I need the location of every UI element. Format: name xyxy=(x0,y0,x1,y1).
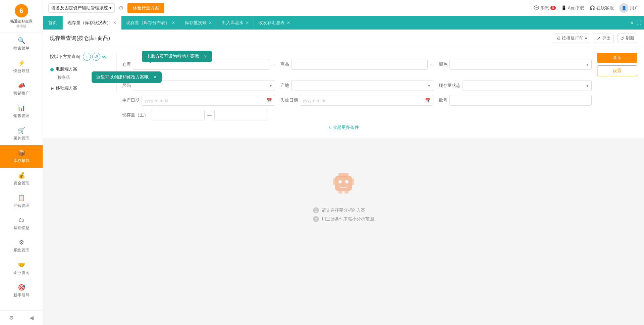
svg-point-3 xyxy=(345,180,348,183)
print-btn[interactable]: 🖨 按模板打印 ▾ xyxy=(553,34,590,43)
tab-summary-label: 收发存汇总表 xyxy=(259,20,285,26)
sidebar-item-search[interactable]: 🔍 搜索菜单 xyxy=(0,33,43,55)
sidebar-logo: 6 畅通诶好生意 标准版 xyxy=(0,0,43,33)
sidebar-bottom: ⚙ ◀ xyxy=(0,310,43,325)
tooltip-scheme-close[interactable]: ✕ xyxy=(204,54,207,59)
logo-icon: 6 xyxy=(15,4,28,17)
trial-btn[interactable]: 体验行业方案 xyxy=(127,3,164,13)
goods-input[interactable] xyxy=(291,59,428,70)
sidebar-item-finance[interactable]: 💰 资金管理 xyxy=(0,168,43,190)
sidebar-item-finance-label: 资金管理 xyxy=(13,180,30,186)
tab-batch[interactable]: 库存批次账 ✕ xyxy=(180,16,217,30)
messages-badge: 8 xyxy=(550,6,556,10)
tooltip-scheme: 电脑方案可设为移动方案哦 ✕ xyxy=(142,51,212,62)
color-label: 颜色 xyxy=(439,61,447,67)
tab-summary[interactable]: 收发存汇总表 ✕ xyxy=(254,16,295,30)
sidebar-item-inventory[interactable]: 📦 库存核算 xyxy=(0,145,43,168)
tab-summary-close[interactable]: ✕ xyxy=(287,20,290,25)
svg-rect-1 xyxy=(338,173,348,177)
refresh-scheme-btn[interactable]: ↺ xyxy=(92,53,100,61)
add-scheme-btn[interactable]: + xyxy=(83,53,91,61)
tab-inventory-dist[interactable]: 现存量（库存分布表） ✕ xyxy=(121,16,180,30)
main-area: 装备及固定资产辅助管理系统 ▾ ⚙ 体验行业方案 💬 消息 8 📱 App下载 … xyxy=(43,0,644,325)
tab-inventory-status-close[interactable]: ✕ xyxy=(113,20,116,25)
message-icon: 💬 xyxy=(534,5,539,10)
batch-input[interactable] xyxy=(449,95,592,106)
svg-rect-5 xyxy=(352,178,354,185)
sidebar-item-enterprise-label: 企业协同 xyxy=(13,270,30,276)
tab-inout-close[interactable]: ✕ xyxy=(246,20,249,25)
stock-qty-min-input[interactable] xyxy=(151,110,205,120)
color-select[interactable]: ▾ xyxy=(449,59,592,70)
scheme-desktop-label: 电脑端方案 xyxy=(56,66,77,72)
search-icon: 🔍 xyxy=(18,37,25,44)
sales-icon: 📊 xyxy=(18,104,25,112)
refresh-btn[interactable]: ↺ 刷新 xyxy=(617,34,637,43)
expiry-date-label: 失效日期 xyxy=(280,97,298,103)
close-all-tabs-btn[interactable]: ✕ xyxy=(630,20,634,25)
search-btn[interactable]: 查询 xyxy=(597,53,637,63)
sidebar-item-purchase[interactable]: 🛒 采购管理 xyxy=(0,123,43,145)
empty-tips: 1 请先选择要分析的方案 2 用过滤条件来缩小分析范围 xyxy=(313,206,374,223)
logo-badge: 标准版 xyxy=(16,24,26,29)
header-right: 💬 消息 8 📱 App下载 🎧 在线客服 👤 用户 xyxy=(534,3,639,13)
sidebar-item-system[interactable]: ⚙ 系统管理 xyxy=(0,235,43,257)
tab-inventory-dist-close[interactable]: ✕ xyxy=(172,20,175,25)
collapse-chevron-icon: ∧ xyxy=(328,125,331,130)
tab-inventory-status[interactable]: 现存量（库存状况表） ✕ xyxy=(63,16,121,30)
refresh-label: 刷新 xyxy=(626,35,634,41)
service-label: 在线客服 xyxy=(596,5,614,11)
tabs-bar: 首页 现存量（库存状况表） ✕ 现存量（库存分布表） ✕ 库存批次账 ✕ 出入库… xyxy=(43,16,644,30)
logo-text: 畅通诶好生意 xyxy=(10,19,33,24)
tooltip-create-close[interactable]: ✕ xyxy=(153,74,157,79)
settings-bottom-btn[interactable]: ⚙ xyxy=(9,315,14,321)
sidebar-item-enterprise[interactable]: 🤝 企业协同 xyxy=(0,257,43,280)
tab-home-label: 首页 xyxy=(48,20,57,26)
sidebar-item-sales[interactable]: 📊 销售管理 xyxy=(0,100,43,123)
expiry-date-placeholder: yyyy-mm-dd xyxy=(303,98,327,103)
export-btn[interactable]: ↗ 导出 xyxy=(594,34,614,43)
scheme-back-btn[interactable]: ≪ xyxy=(102,54,107,59)
expiry-date-input[interactable]: yyyy-mm-dd 📅 xyxy=(300,95,433,106)
collapse-more-btn[interactable]: ∧ 收起更多条件 xyxy=(50,122,637,133)
scheme-mobile-arrow: ▶ xyxy=(51,86,54,91)
scheme-mobile[interactable]: ▶ 移动端方案 xyxy=(51,84,112,93)
sidebar-item-marketing[interactable]: 📣 营销推广 xyxy=(0,78,43,100)
app-download-label: App下载 xyxy=(568,5,584,11)
sidebar-item-guide[interactable]: 🎯 新手引导 xyxy=(0,280,43,302)
goods-dots[interactable]: ··· xyxy=(430,62,433,67)
goods-label: 商品 xyxy=(280,61,289,67)
collapse-sidebar-btn[interactable]: ◀ xyxy=(30,315,34,321)
production-date-input[interactable]: yyyy-mm-dd 📅 xyxy=(142,95,275,106)
warehouse-dots[interactable]: ··· xyxy=(271,62,275,67)
sidebar-item-purchase-label: 采购管理 xyxy=(13,136,30,141)
sidebar-item-quick-label: 快捷导航 xyxy=(13,68,30,74)
origin-label: 产地 xyxy=(280,83,289,89)
app-download-btn[interactable]: 📱 App下载 xyxy=(561,5,584,11)
header-gear-icon[interactable]: ⚙ xyxy=(119,5,123,11)
sidebar-item-operation[interactable]: 📋 经营管理 xyxy=(0,190,43,213)
tab-inout[interactable]: 出入库流水 ✕ xyxy=(217,16,254,30)
sidebar-item-basic[interactable]: 🗂 基础信息 xyxy=(0,213,43,235)
sys-name-selector[interactable]: 装备及固定资产辅助管理系统 ▾ xyxy=(48,3,115,13)
sidebar: 6 畅通诶好生意 标准版 🔍 搜索菜单 ⚡ 快捷导航 📣 营销推广 📊 销售管理… xyxy=(0,0,43,325)
stock-status-select[interactable]: ▾ xyxy=(463,80,592,91)
stock-qty-max-input[interactable] xyxy=(214,110,268,120)
messages-btn[interactable]: 💬 消息 8 xyxy=(534,5,556,11)
sidebar-item-quick[interactable]: ⚡ 快捷导航 xyxy=(0,55,43,78)
expand-tabs-btn[interactable]: ⛶ xyxy=(637,20,641,25)
sidebar-item-search-label: 搜索菜单 xyxy=(13,46,30,51)
tab-batch-label: 库存批次账 xyxy=(185,20,207,26)
user-btn[interactable]: 👤 用户 xyxy=(619,3,639,13)
tab-batch-close[interactable]: ✕ xyxy=(209,20,212,25)
page-title-bar: 现存量查询(按仓库+商品) 🖨 按模板打印 ▾ ↗ 导出 ↺ 刷新 xyxy=(43,30,644,47)
tab-home[interactable]: 首页 xyxy=(43,16,63,30)
quick-icon: ⚡ xyxy=(18,59,25,67)
service-btn[interactable]: 🎧 在线客服 xyxy=(590,5,614,11)
empty-state: 1 请先选择要分析的方案 2 用过滤条件来缩小分析范围 xyxy=(43,139,644,250)
origin-select[interactable]: ▾ xyxy=(291,80,433,91)
sidebar-item-inventory-label: 库存核算 xyxy=(13,158,30,164)
reset-btn[interactable]: 设置 xyxy=(597,65,637,76)
headset-icon: 🎧 xyxy=(590,5,595,10)
user-avatar: 👤 xyxy=(619,3,629,13)
